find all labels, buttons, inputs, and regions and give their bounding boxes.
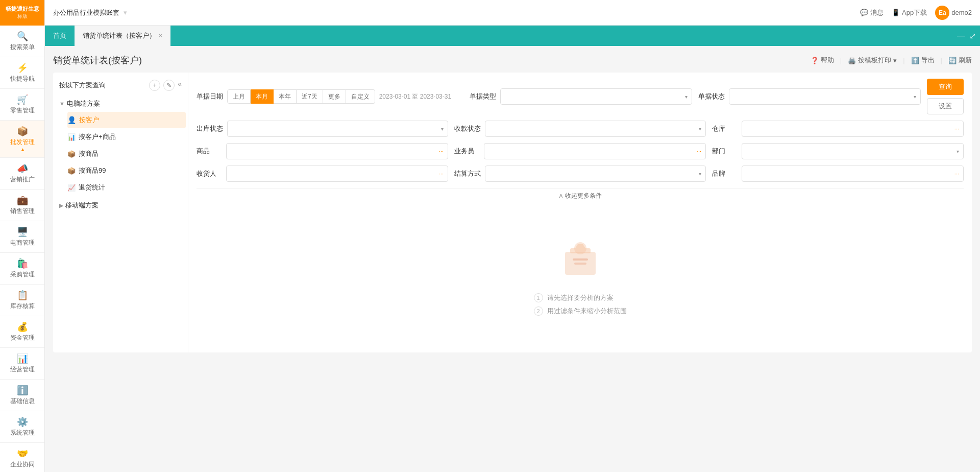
date-btn-prev-month[interactable]: 上月 bbox=[227, 89, 251, 104]
scheme-panel: 按以下方案查询 + ✎ « ▼ 电脑端方案 bbox=[53, 73, 188, 352]
goods-label: 商品 bbox=[197, 147, 222, 156]
department-input[interactable]: ▾ bbox=[742, 143, 964, 159]
scheme-mobile-group-header[interactable]: ▶ 移动端方案 bbox=[53, 198, 188, 213]
department-label: 部门 bbox=[712, 147, 738, 156]
page-content: 销货单统计表(按客户) ❓ 帮助 | 🖨️ 按模板打印 ▾ | ⬆️ 导出 | bbox=[45, 46, 980, 472]
app-download-label: App下载 bbox=[902, 8, 927, 17]
payment-method-input[interactable]: ▾ bbox=[485, 166, 706, 182]
scheme-desktop-group-header[interactable]: ▼ 电脑端方案 bbox=[53, 96, 188, 111]
sidebar-item-retail-mgmt[interactable]: 🛒 零售管理 bbox=[0, 89, 44, 121]
date-btn-last7[interactable]: 近7天 bbox=[297, 89, 323, 104]
export-icon: ⬆️ bbox=[911, 57, 919, 64]
salesperson-input[interactable]: ··· bbox=[484, 143, 706, 159]
tab-minimize-icon[interactable]: — bbox=[957, 31, 965, 40]
tab-bar-right: — ⤢ bbox=[957, 31, 980, 41]
date-btn-custom[interactable]: 自定义 bbox=[346, 89, 375, 104]
tab-close-icon[interactable]: × bbox=[159, 32, 162, 39]
tab-maximize-icon[interactable]: ⤢ bbox=[969, 31, 976, 41]
sidebar-item-quick-nav[interactable]: ⚡ 快捷导航 bbox=[0, 57, 44, 89]
app-download-btn[interactable]: 📱 App下载 bbox=[892, 8, 927, 17]
filter-order-status-field: 单据状态 ▾ bbox=[698, 88, 921, 105]
scheme-edit-btn[interactable]: ✎ bbox=[163, 80, 175, 91]
scheme-header-actions: + ✎ « bbox=[149, 80, 182, 91]
separator1: | bbox=[840, 57, 842, 64]
scheme-desktop-group-title: 电脑端方案 bbox=[67, 99, 100, 108]
system-mgmt-icon: ⚙️ bbox=[17, 416, 28, 428]
tab-home[interactable]: 首页 bbox=[45, 26, 75, 46]
tip-num-2: 2 bbox=[534, 306, 543, 316]
sidebar-item-basic-info[interactable]: ℹ️ 基础信息 bbox=[0, 380, 44, 411]
message-icon: 💬 bbox=[860, 9, 868, 16]
scheme-collapse-btn[interactable]: « bbox=[178, 80, 182, 91]
date-filter: 上月 本月 本年 近7天 更多 自定义 bbox=[227, 89, 375, 104]
customer-goods-icon: 📊 bbox=[67, 133, 76, 141]
sidebar-item-enterprise-coop[interactable]: 🤝 企业协同 bbox=[0, 443, 44, 472]
sidebar-item-ops-mgmt[interactable]: 📊 经营管理 bbox=[0, 348, 44, 380]
receiver-input[interactable]: ··· bbox=[226, 166, 448, 182]
breadcrumb-industry: 办公用品行业模拟账套 bbox=[53, 8, 119, 17]
collapse-more-btn[interactable]: ∧ 收起更多条件 bbox=[197, 188, 964, 203]
order-status-input[interactable]: ▾ bbox=[729, 88, 921, 105]
scheme-item-by-goods-99[interactable]: 📦 按商品99 bbox=[67, 162, 186, 179]
tab-sales-stats[interactable]: 销货单统计表（按客户） × bbox=[75, 26, 170, 46]
query-button[interactable]: 查询 bbox=[927, 79, 964, 95]
sidebar-item-label: 零售管理 bbox=[10, 106, 35, 115]
svg-rect-3 bbox=[573, 258, 588, 261]
export-btn[interactable]: ⬆️ 导出 bbox=[911, 56, 935, 65]
sidebar-item-inventory-check[interactable]: 📋 库存核算 bbox=[0, 285, 44, 316]
sidebar-item-label: 营销推广 bbox=[10, 175, 35, 184]
brand-input[interactable]: ··· bbox=[742, 166, 964, 182]
purchase-mgmt-icon: 🛍️ bbox=[17, 258, 28, 269]
logo-sub: 标版 bbox=[17, 13, 28, 20]
more-icon: ··· bbox=[954, 171, 959, 177]
chevron-down-icon: ▾ bbox=[685, 94, 688, 100]
help-btn[interactable]: ❓ 帮助 bbox=[811, 56, 834, 65]
sidebar-item-finance-mgmt[interactable]: 💰 资金管理 bbox=[0, 316, 44, 348]
sidebar-item-wholesale-mgmt[interactable]: 📦 批发管理 ▲ bbox=[0, 121, 44, 158]
warehouse-label: 仓库 bbox=[712, 124, 738, 133]
page-title: 销货单统计表(按客户) bbox=[53, 54, 142, 66]
date-btn-cur-month[interactable]: 本月 bbox=[251, 89, 274, 104]
date-btn-more[interactable]: 更多 bbox=[323, 89, 346, 104]
quick-nav-icon: ⚡ bbox=[17, 62, 28, 74]
scheme-add-btn[interactable]: + bbox=[149, 80, 160, 91]
filter-payment-status-field: 收款状态 ▾ bbox=[454, 121, 706, 137]
payment-status-label: 收款状态 bbox=[454, 124, 481, 133]
date-btn-cur-year[interactable]: 本年 bbox=[274, 89, 297, 104]
basic-info-icon: ℹ️ bbox=[17, 385, 28, 396]
goods-input[interactable]: ··· bbox=[226, 143, 448, 159]
chevron-down-icon: ▾ bbox=[699, 171, 701, 177]
sidebar-item-purchase-mgmt[interactable]: 🛍️ 采购管理 bbox=[0, 253, 44, 285]
message-btn[interactable]: 💬 消息 bbox=[860, 8, 884, 17]
goods-icon: 📦 bbox=[67, 150, 76, 158]
scheme-item-by-customer-goods[interactable]: 📊 按客户+商品 bbox=[67, 129, 186, 145]
refresh-icon: 🔄 bbox=[948, 57, 957, 64]
sidebar-item-system-mgmt[interactable]: ⚙️ 系统管理 bbox=[0, 411, 44, 443]
chevron-up-icon: ▲ bbox=[20, 147, 26, 152]
payment-status-input[interactable]: ▾ bbox=[485, 121, 706, 137]
order-type-input[interactable]: ▾ bbox=[500, 88, 692, 105]
user-profile-btn[interactable]: Ea demo2 bbox=[935, 6, 972, 20]
tip-num-1: 1 bbox=[534, 293, 543, 302]
main-wrap: 办公用品行业模拟账套 ▾ 💬 消息 📱 App下载 Ea demo2 首页 bbox=[45, 0, 980, 472]
sidebar-item-search-menu[interactable]: 🔍 搜索菜单 bbox=[0, 26, 44, 57]
separator2: | bbox=[903, 57, 904, 64]
scheme-header: 按以下方案查询 + ✎ « bbox=[53, 77, 188, 94]
sidebar-item-ecommerce-mgmt[interactable]: 🖥️ 电商管理 bbox=[0, 221, 44, 253]
refresh-btn[interactable]: 🔄 刷新 bbox=[948, 56, 972, 65]
warehouse-input[interactable]: ··· bbox=[742, 121, 964, 137]
logo[interactable]: 畅捷通好生意 标版 bbox=[0, 0, 44, 26]
top-header-left: 办公用品行业模拟账套 ▾ bbox=[53, 8, 127, 17]
avatar: Ea bbox=[935, 6, 949, 20]
sidebar-item-sales-mgmt[interactable]: 💼 销售管理 bbox=[0, 190, 44, 221]
settings-button[interactable]: 设置 bbox=[927, 98, 964, 114]
scheme-item-return-stats[interactable]: 📈 退货统计 bbox=[67, 179, 186, 196]
scheme-item-by-customer[interactable]: 👤 按客户 bbox=[67, 112, 186, 128]
scheme-item-by-goods[interactable]: 📦 按商品 bbox=[67, 146, 186, 162]
sidebar-item-marketing[interactable]: 📣 营销推广 bbox=[0, 158, 44, 190]
separator3: | bbox=[941, 57, 942, 64]
print-btn[interactable]: 🖨️ 按模板打印 ▾ bbox=[848, 56, 897, 65]
scheme-desktop-items: 👤 按客户 📊 按客户+商品 📦 按商品 📦 bbox=[53, 112, 188, 196]
print-arrow-icon: ▾ bbox=[893, 57, 897, 64]
ship-status-input[interactable]: ▾ bbox=[227, 121, 448, 137]
